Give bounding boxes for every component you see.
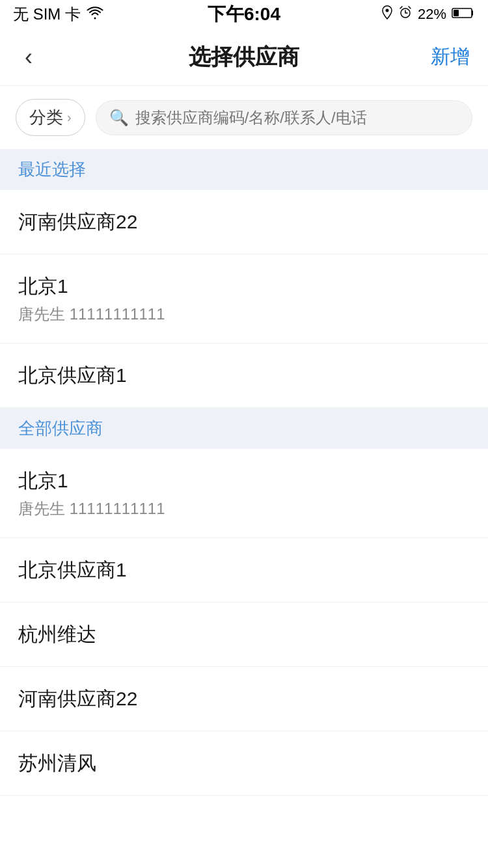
list-item[interactable]: 北京1 唐先生 11111111111 [0,449,488,538]
search-input[interactable] [135,109,459,127]
status-time: 下午6:04 [208,2,280,27]
search-icon: 🔍 [109,109,129,127]
chevron-right-icon: › [67,110,72,125]
add-button[interactable]: 新增 [431,44,470,70]
list-item[interactable]: 北京供应商1 [0,344,488,408]
list-item[interactable]: 杭州维达 [0,603,488,667]
recent-items-list: 河南供应商22 北京1 唐先生 11111111111 北京供应商1 [0,190,488,408]
list-item[interactable]: 苏州清风 [0,731,488,796]
category-label: 分类 [29,106,63,129]
location-icon [381,5,393,23]
item-name: 北京供应商1 [18,556,470,584]
item-name: 北京1 [18,273,470,300]
item-name: 河南供应商22 [18,208,470,236]
page-title: 选择供应商 [189,42,299,72]
status-right: 22% [381,5,475,23]
recent-section-label: 最近选择 [18,159,86,179]
battery-label: 22% [418,6,446,23]
battery-icon [452,6,475,23]
filter-bar: 分类 › 🔍 [0,86,488,149]
recent-section-header: 最近选择 [0,149,488,190]
back-button[interactable]: ‹ [18,37,39,77]
status-bar: 无 SIM 卡 下午6:04 22% [0,0,488,29]
item-sub: 唐先生 11111111111 [18,304,470,325]
all-items-list: 北京1 唐先生 11111111111 北京供应商1 杭州维达 河南供应商22 … [0,449,488,796]
item-name: 杭州维达 [18,621,470,648]
all-section-label: 全部供应商 [18,418,103,438]
all-section-header: 全部供应商 [0,408,488,449]
list-item[interactable]: 河南供应商22 [0,667,488,731]
list-item[interactable]: 北京供应商1 [0,538,488,603]
search-box[interactable]: 🔍 [96,100,472,135]
alarm-icon [398,5,413,23]
list-item[interactable]: 河南供应商22 [0,190,488,254]
carrier-label: 无 SIM 卡 [13,4,81,25]
status-left: 无 SIM 卡 [13,4,104,25]
category-button[interactable]: 分类 › [16,99,85,136]
svg-rect-3 [454,10,459,16]
list-item[interactable]: 北京1 唐先生 11111111111 [0,254,488,344]
item-name: 河南供应商22 [18,685,470,712]
nav-bar: ‹ 选择供应商 新增 [0,29,488,86]
item-name: 北京1 [18,467,470,495]
item-name: 北京供应商1 [18,362,470,389]
svg-point-0 [385,9,388,12]
item-name: 苏州清风 [18,750,470,777]
item-sub: 唐先生 11111111111 [18,498,470,519]
wifi-icon [86,5,104,23]
